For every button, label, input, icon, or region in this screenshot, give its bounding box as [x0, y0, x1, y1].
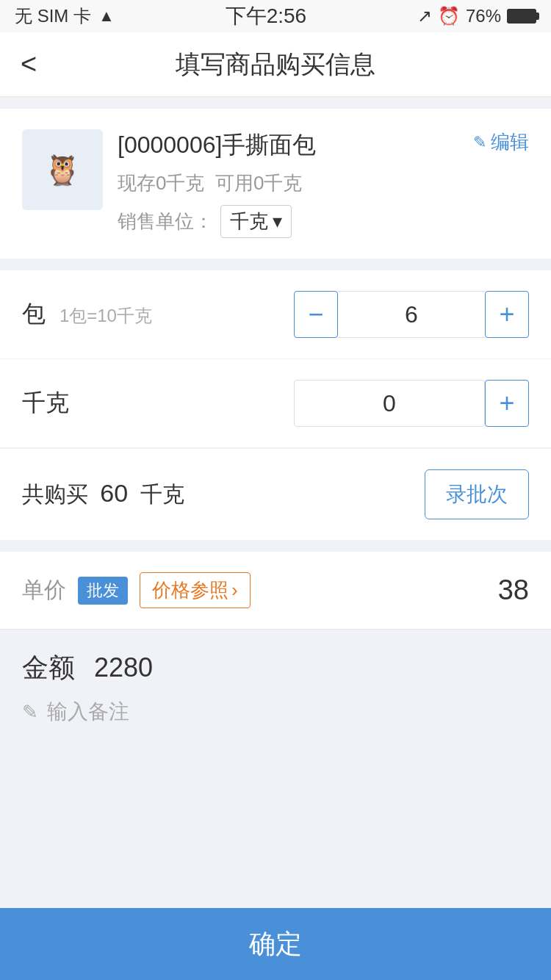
edit-button[interactable]: ✎ 编辑 — [473, 129, 529, 155]
price-row: 单价 批发 价格参照 › 38 — [22, 572, 529, 608]
product-logo: 🦉 — [44, 153, 81, 187]
total-row: 共购买 60 千克 录批次 — [0, 448, 551, 540]
alarm-icon: ⏰ — [438, 6, 460, 26]
batch-button[interactable]: 录批次 — [425, 469, 529, 519]
quantity-section: 包 1包=10千克 − + 千克 + 共购买 60 千克 录批次 — [0, 270, 551, 540]
battery-bar — [507, 9, 536, 24]
bag-sublabel: 1包=10千克 — [60, 306, 152, 325]
location-icon: ↗ — [417, 6, 432, 26]
kg-quantity-input[interactable] — [294, 380, 485, 427]
remark-row[interactable]: ✎ 输入备注 — [22, 698, 529, 726]
amount-value: 2280 — [94, 652, 153, 682]
status-bar: 无 SIM 卡 ▲ 下午2:56 ↗ ⏰ 76% — [0, 0, 551, 32]
amount-section: 金额 2280 ✎ 输入备注 — [0, 629, 551, 741]
kg-label: 千克 — [22, 387, 294, 419]
price-label: 单价 — [22, 575, 66, 605]
amount-row: 金额 2280 — [22, 650, 529, 686]
page-title: 填写商品购买信息 — [176, 48, 375, 82]
remark-label: 输入备注 — [47, 698, 129, 726]
bag-quantity-row: 包 1包=10千克 − + — [0, 270, 551, 359]
wifi-icon: ▲ — [98, 7, 115, 26]
edit-icon: ✎ — [473, 133, 486, 152]
nav-bar: < 填写商品购买信息 — [0, 32, 551, 97]
product-card: 🦉 [0000006]手撕面包 现存0千克 可用0千克 销售单位： 千克 ▾ ✎… — [0, 109, 551, 259]
total-amount: 60 — [100, 479, 128, 507]
kg-quantity-control: + — [294, 380, 529, 427]
product-stock: 现存0千克 可用0千克 — [118, 170, 529, 196]
unit-select[interactable]: 千克 ▾ — [220, 205, 292, 238]
product-unit: 销售单位： 千克 ▾ — [118, 205, 529, 238]
price-section: 单价 批发 价格参照 › 38 — [0, 552, 551, 629]
status-right: ↗ ⏰ 76% — [417, 6, 536, 26]
price-value: 38 — [498, 574, 529, 606]
status-left: 无 SIM 卡 ▲ — [15, 4, 115, 28]
bag-label: 包 1包=10千克 — [22, 298, 294, 331]
kg-plus-button[interactable]: + — [485, 380, 529, 427]
total-text: 共购买 60 千克 — [22, 479, 184, 510]
carrier-text: 无 SIM 卡 — [15, 4, 91, 28]
price-tag: 批发 — [78, 577, 128, 605]
chevron-down-icon: ▾ — [273, 210, 282, 233]
chevron-right-icon: › — [231, 579, 238, 602]
bag-quantity-control: − + — [294, 291, 529, 338]
kg-quantity-row: 千克 + — [0, 359, 551, 448]
product-image: 🦉 — [22, 129, 103, 210]
battery-text: 76% — [466, 6, 501, 26]
status-time: 下午2:56 — [226, 2, 307, 30]
bag-minus-button[interactable]: − — [294, 291, 338, 338]
product-name: [0000006]手撕面包 — [118, 129, 529, 162]
pencil-icon: ✎ — [22, 701, 38, 724]
bag-quantity-input[interactable] — [338, 291, 485, 338]
price-reference-button[interactable]: 价格参照 › — [140, 572, 251, 608]
back-button[interactable]: < — [21, 48, 37, 80]
bag-plus-button[interactable]: + — [485, 291, 529, 338]
product-info: [0000006]手撕面包 现存0千克 可用0千克 销售单位： 千克 ▾ — [118, 129, 529, 238]
confirm-button[interactable]: 确定 — [0, 908, 551, 980]
